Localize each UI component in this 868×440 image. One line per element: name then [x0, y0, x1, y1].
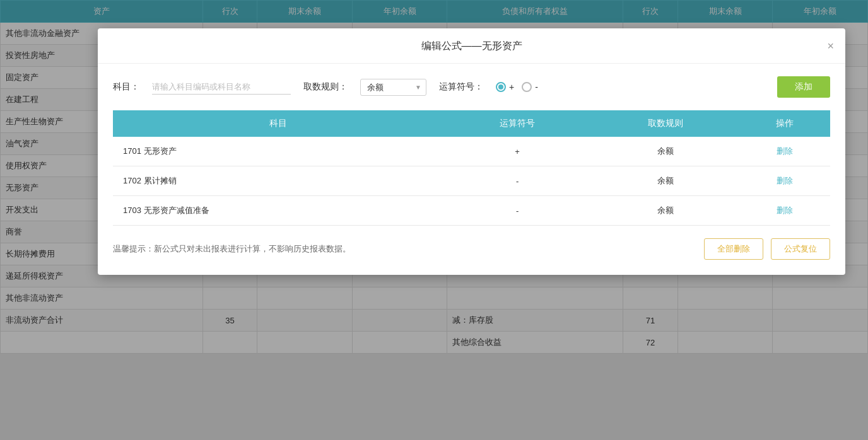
- formula-operator: -: [443, 166, 592, 196]
- delete-row-button[interactable]: 删除: [777, 176, 793, 185]
- subject-input[interactable]: [152, 79, 291, 95]
- add-button[interactable]: 添加: [777, 76, 830, 98]
- radio-plus-label: +: [509, 82, 514, 92]
- formula-table-wrapper: 科目 运算符号 取数规则 操作 1701 无形资产+余额删除1702 累计摊销-…: [113, 110, 830, 226]
- rule-select[interactable]: 余额 借方发生额 贷方发生额: [360, 79, 426, 96]
- th-operator: 运算符号: [443, 110, 592, 137]
- footer-hint: 温馨提示：新公式只对未出报表进行计算，不影响历史报表数据。: [113, 243, 351, 255]
- formula-rule: 余额: [592, 196, 740, 226]
- edit-formula-modal: 编辑公式——无形资产 × 科目： 取数规则： 余额 借方发生额 贷方发生额 ▼ …: [98, 28, 845, 275]
- formula-subject: 1703 无形资产减值准备: [113, 196, 443, 226]
- delete-row-button[interactable]: 删除: [777, 146, 793, 156]
- table-row: 1702 累计摊销-余额删除: [113, 166, 830, 196]
- formula-action: 删除: [739, 137, 830, 166]
- rule-select-wrapper: 余额 借方发生额 贷方发生额 ▼: [360, 79, 426, 96]
- formula-table: 科目 运算符号 取数规则 操作 1701 无形资产+余额删除1702 累计摊销-…: [113, 110, 830, 226]
- th-action: 操作: [739, 110, 830, 137]
- modal-header: 编辑公式——无形资产 ×: [98, 28, 845, 64]
- formula-operator: +: [443, 137, 592, 166]
- footer-buttons: 全部删除 公式复位: [704, 238, 830, 260]
- radio-minus-circle: [522, 82, 532, 92]
- th-rule: 取数规则: [592, 110, 740, 137]
- rule-label: 取数规则：: [303, 81, 348, 93]
- table-row: 1701 无形资产+余额删除: [113, 137, 830, 166]
- formula-subject: 1702 累计摊销: [113, 166, 443, 196]
- table-row: 1703 无形资产减值准备-余额删除: [113, 196, 830, 226]
- th-subject: 科目: [113, 110, 443, 137]
- formula-action: 删除: [739, 166, 830, 196]
- formula-rule: 余额: [592, 166, 740, 196]
- modal-footer: 温馨提示：新公式只对未出报表进行计算，不影响历史报表数据。 全部删除 公式复位: [98, 226, 845, 260]
- subject-label: 科目：: [113, 81, 139, 93]
- radio-plus-item[interactable]: +: [496, 82, 514, 92]
- operator-label: 运算符号：: [439, 81, 483, 93]
- radio-minus-item[interactable]: -: [522, 82, 538, 92]
- radio-minus-label: -: [535, 82, 538, 92]
- delete-row-button[interactable]: 删除: [777, 206, 793, 215]
- table-header-row: 科目 运算符号 取数规则 操作: [113, 110, 830, 137]
- formula-form-row: 科目： 取数规则： 余额 借方发生额 贷方发生额 ▼ 运算符号： + - 添加: [98, 64, 845, 110]
- radio-plus-circle: [496, 82, 506, 92]
- formula-rule: 余额: [592, 137, 740, 166]
- formula-subject: 1701 无形资产: [113, 137, 443, 166]
- formula-operator: -: [443, 196, 592, 226]
- modal-close-button[interactable]: ×: [827, 40, 834, 52]
- formula-action: 删除: [739, 196, 830, 226]
- modal-title: 编辑公式——无形资产: [421, 40, 522, 53]
- delete-all-button[interactable]: 全部删除: [704, 238, 763, 260]
- operator-radio-group: + -: [496, 82, 538, 92]
- reset-formula-button[interactable]: 公式复位: [771, 238, 830, 260]
